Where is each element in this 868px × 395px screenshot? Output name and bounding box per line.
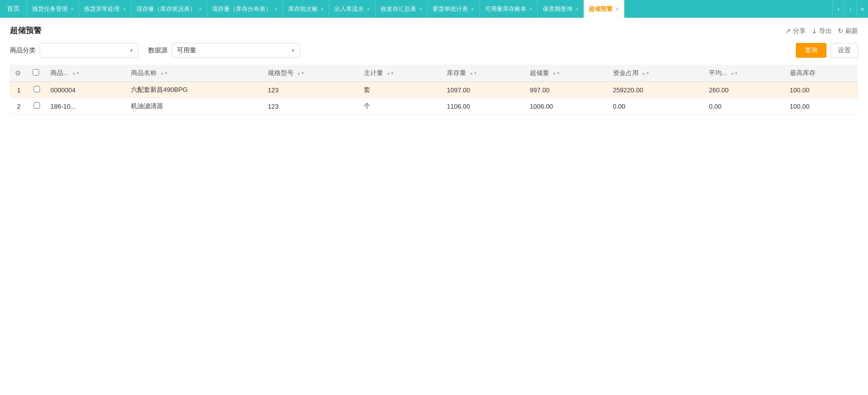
col-overstock: 超储量 ▲▼ (525, 65, 608, 82)
unit-cell: 个 (359, 98, 442, 115)
tab-jianhuorenwuguanli[interactable]: 拣货任务管理 × (27, 0, 79, 18)
tab-close-icon[interactable]: × (274, 6, 277, 12)
category-filter: 商品分类 ▾ (10, 43, 138, 58)
share-icon: ↗ (785, 27, 791, 35)
row-checkbox-cell (28, 98, 45, 115)
tab-close-icon[interactable]: × (615, 6, 618, 12)
table-row: 1 0000004 六配套新昌490BPG 123 套 1097.00 997.… (10, 82, 858, 98)
tab-shoufacun[interactable]: 收发存汇总表 × (376, 0, 428, 18)
avg-cell: 260.00 (704, 82, 784, 98)
capital-cell: 259220.00 (608, 82, 704, 98)
tab-churukuliushui[interactable]: 出入库流水 × (329, 0, 375, 18)
tab-xiancunliang1[interactable]: 现存量（库存状况表） × (131, 0, 207, 18)
stock-cell: 1106.00 (442, 98, 525, 115)
capital-cell: 0.00 (608, 98, 704, 115)
col-product-name: 商品名称 ▲▼ (126, 65, 262, 82)
col-gear: ⚙ (10, 65, 28, 82)
nav-arrows: ‹ › × (832, 0, 868, 18)
share-button[interactable]: ↗ 分享 (785, 27, 806, 36)
page-title: 超储预警 (10, 26, 42, 36)
tab-close-icon[interactable]: × (367, 6, 370, 12)
max-stock-cell: 100.00 (785, 98, 858, 115)
tab-chaochuyujing[interactable]: 超储预警 × (584, 0, 624, 18)
datasource-select[interactable]: 可用量 ▾ (172, 43, 300, 58)
select-all-checkbox[interactable] (33, 69, 39, 76)
col-product-code: 商品... ▲▼ (45, 65, 126, 82)
max-stock-cell: 100.00 (785, 82, 858, 98)
header-actions: ↗ 分享 ⤓ 导出 ↻ 刷新 (785, 27, 858, 36)
tab-close-icon[interactable]: × (419, 6, 422, 12)
overstock-cell: 1006.00 (525, 98, 608, 115)
data-table: ⚙ 商品... ▲▼ 商品名称 ▲▼ 规格型号 ▲▼ 主计 (10, 65, 858, 115)
tab-keyongliang[interactable]: 可用量库存账本 × (480, 0, 538, 18)
row-checkbox[interactable] (34, 102, 40, 109)
gear-icon[interactable]: ⚙ (15, 69, 21, 77)
datasource-label: 数据源 (148, 46, 168, 55)
product-code-cell: 186-10... (45, 98, 126, 115)
product-name-cell: 六配套新昌490BPG (126, 82, 262, 98)
query-button[interactable]: 查询 (796, 43, 826, 58)
row-checkbox-cell (28, 82, 45, 98)
col-avg: 平均... ▲▼ (704, 65, 784, 82)
sort-icon[interactable]: ▲▼ (731, 72, 738, 76)
setting-button[interactable]: 设置 (830, 43, 858, 58)
product-code-cell: 0000004 (45, 82, 126, 98)
col-unit: 主计量 ▲▼ (359, 65, 442, 82)
export-button[interactable]: ⤓ 导出 (812, 27, 832, 36)
tab-close-icon[interactable]: × (471, 6, 474, 12)
sort-icon[interactable]: ▲▼ (297, 72, 304, 76)
tab-kucunpicizh[interactable]: 库存批次账 × (283, 0, 329, 18)
tab-close-icon[interactable]: × (123, 6, 126, 12)
refresh-button[interactable]: ↻ 刷新 (838, 27, 858, 36)
spec-cell: 123 (263, 82, 359, 98)
export-icon: ⤓ (812, 27, 817, 35)
tab-yaohuo[interactable]: 要货单统计表 × (428, 0, 479, 18)
chevron-down-icon: ▾ (292, 47, 295, 54)
datasource-value: 可用量 (177, 46, 196, 55)
col-stock: 库存量 ▲▼ (442, 65, 525, 82)
chevron-down-icon: ▾ (130, 47, 133, 54)
row-num: 2 (10, 98, 28, 115)
col-checkbox-header (28, 65, 45, 82)
main-content: 超储预警 ↗ 分享 ⤓ 导出 ↻ 刷新 商品分类 ▾ 数据源 (0, 18, 868, 395)
category-label: 商品分类 (10, 46, 36, 55)
tab-baozhi[interactable]: 保质期查询 × (538, 0, 584, 18)
row-num: 1 (10, 82, 28, 98)
sort-icon[interactable]: ▲▼ (160, 72, 168, 76)
filter-row: 商品分类 ▾ 数据源 可用量 ▾ 查询 设置 (10, 43, 858, 58)
nav-next-button[interactable]: › (844, 0, 856, 18)
sort-icon[interactable]: ▲▼ (470, 72, 477, 76)
overstock-cell: 997.00 (525, 82, 608, 98)
refresh-icon: ↻ (838, 27, 843, 35)
col-capital: 资金占用 ▲▼ (608, 65, 704, 82)
table-row: 2 186-10... 机油滤清器 123 个 1106.00 1006.00 … (10, 98, 858, 115)
tab-close-icon[interactable]: × (199, 6, 202, 12)
sort-icon[interactable]: ▲▼ (72, 72, 80, 76)
product-name-cell: 机油滤清器 (126, 98, 262, 115)
avg-cell: 0.00 (704, 98, 784, 115)
sort-icon[interactable]: ▲▼ (552, 72, 560, 76)
stock-cell: 1097.00 (442, 82, 525, 98)
sort-icon[interactable]: ▲▼ (387, 72, 394, 76)
nav-prev-button[interactable]: ‹ (832, 0, 844, 18)
col-spec: 规格型号 ▲▼ (263, 65, 359, 82)
tab-jianhuoyichangchuli[interactable]: 拣货异常处理 × (79, 0, 131, 18)
col-max-stock: 最高库存 (785, 65, 858, 82)
tab-close-icon[interactable]: × (71, 6, 74, 12)
top-nav: 首页 拣货任务管理 × 拣货异常处理 × 现存量（库存状况表） × 现存量（库存… (0, 0, 868, 18)
tab-close-icon[interactable]: × (575, 6, 578, 12)
tab-close-icon[interactable]: × (321, 6, 324, 12)
spec-cell: 123 (263, 98, 359, 115)
unit-cell: 套 (359, 82, 442, 98)
nav-home[interactable]: 首页 (0, 0, 27, 18)
category-select[interactable]: ▾ (40, 43, 138, 58)
table-header-row: ⚙ 商品... ▲▼ 商品名称 ▲▼ 规格型号 ▲▼ 主计 (10, 65, 858, 82)
nav-close-button[interactable]: × (856, 0, 868, 18)
tab-xiancunliang2[interactable]: 现存量（库存分布表） × (207, 0, 283, 18)
tab-close-icon[interactable]: × (529, 6, 532, 12)
row-checkbox[interactable] (34, 86, 40, 92)
filter-actions: 查询 设置 (796, 43, 858, 58)
sort-icon[interactable]: ▲▼ (642, 72, 650, 76)
page-header: 超储预警 ↗ 分享 ⤓ 导出 ↻ 刷新 (10, 26, 858, 36)
datasource-filter: 数据源 可用量 ▾ (148, 43, 300, 58)
